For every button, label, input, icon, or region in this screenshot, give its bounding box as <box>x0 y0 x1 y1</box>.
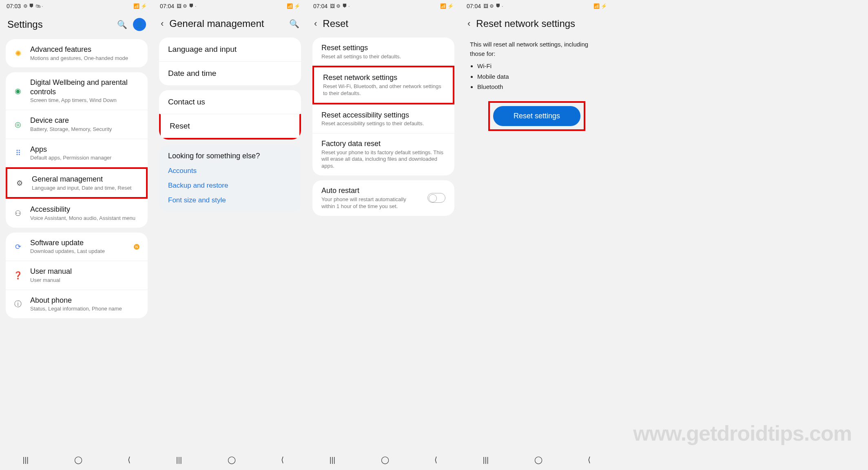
bullet-wifi: Wi-Fi <box>477 61 604 71</box>
nav-bar: ||| ◯ ⟨ <box>307 450 460 470</box>
nav-recent[interactable]: ||| <box>16 453 35 467</box>
item-title: Advanced features <box>30 45 141 54</box>
item-title: Software update <box>30 238 127 248</box>
nav-home[interactable]: ◯ <box>374 453 396 467</box>
item-title: Reset network settings <box>323 73 444 82</box>
gm-item-date-time[interactable]: Date and time <box>159 61 301 85</box>
settings-item-general-management[interactable]: ⚙ General management Language and input,… <box>6 167 148 199</box>
reset-network-description: This will reset all network settings, in… <box>460 35 613 60</box>
nav-home[interactable]: ◯ <box>528 453 549 467</box>
screen-reset-network-settings: 07:04 🖼 ⚙ ⛊ · 📶 ⚡ ‹ Reset network settin… <box>460 0 613 470</box>
item-sub: Your phone will restart automatically wi… <box>321 196 415 210</box>
settings-item-apps[interactable]: ⠿ Apps Default apps, Permission manager <box>6 139 148 167</box>
nav-bar: ||| ◯ ⟨ <box>153 450 307 470</box>
reset-item-auto-restart[interactable]: Auto restart Your phone will restart aut… <box>312 180 454 215</box>
header: ‹ General management 🔍 <box>153 12 307 35</box>
item-title: Accessibility <box>30 205 141 214</box>
wellbeing-icon: ◉ <box>12 85 24 97</box>
item-sub: Language and input, Date and time, Reset <box>32 185 140 192</box>
status-right-icons: 📶 ⚡ <box>133 3 147 9</box>
screen-general-management: 07:04 🖼 ⚙ ⛊ · 📶 ⚡ ‹ General management 🔍… <box>153 0 307 470</box>
item-sub: User manual <box>30 277 141 284</box>
gm-item-language-input[interactable]: Language and input <box>159 38 301 61</box>
user-manual-icon: ❓ <box>12 270 24 281</box>
update-badge: N <box>134 244 140 250</box>
link-font-size-style[interactable]: Font size and style <box>159 193 301 212</box>
status-bar: 07:03 ⚙ ⛊ 🛍 · 📶 ⚡ <box>0 0 153 12</box>
header: Settings 🔍 👤 <box>0 12 153 37</box>
status-left-icons: 🖼 ⚙ ⛊ · <box>483 3 503 9</box>
item-sub: Reset Wi-Fi, Bluetooth, and other networ… <box>323 83 444 97</box>
settings-item-software-update[interactable]: ⟳ Software update Download updates, Last… <box>6 233 148 261</box>
item-title: Reset accessibility settings <box>321 111 445 120</box>
item-sub: Reset accessibility settings to their de… <box>321 120 445 127</box>
bullet-bluetooth: Bluetooth <box>477 82 604 92</box>
item-sub: Reset all settings to their defaults. <box>321 53 445 60</box>
link-backup-restore[interactable]: Backup and restore <box>159 178 301 193</box>
item-sub: Status, Legal information, Phone name <box>30 306 141 313</box>
back-icon[interactable]: ‹ <box>467 18 470 29</box>
item-title: User manual <box>30 267 141 276</box>
search-icon[interactable]: 🔍 <box>289 19 299 29</box>
reset-item-factory-data-reset[interactable]: Factory data reset Reset your phone to i… <box>312 133 454 175</box>
page-title: Settings <box>7 19 111 30</box>
page-title: Reset network settings <box>476 18 606 29</box>
reset-item-reset-network-settings[interactable]: Reset network settings Reset Wi-Fi, Blue… <box>312 66 454 104</box>
reset-item-reset-accessibility-settings[interactable]: Reset accessibility settings Reset acces… <box>312 104 454 133</box>
nav-back[interactable]: ⟨ <box>428 453 444 467</box>
status-time: 07:04 <box>467 3 481 9</box>
page-title: Reset <box>323 18 453 29</box>
settings-item-advanced-features[interactable]: ✺ Advanced features Motions and gestures… <box>6 39 148 67</box>
search-icon[interactable]: 🔍 <box>117 20 127 29</box>
screen-settings: 07:03 ⚙ ⛊ 🛍 · 📶 ⚡ Settings 🔍 👤 ✺ Advance… <box>0 0 153 470</box>
item-sub: Reset your phone to its factory default … <box>321 149 445 170</box>
accessibility-icon: ⚇ <box>12 208 24 219</box>
nav-back[interactable]: ⟨ <box>275 453 290 467</box>
status-left-icons: 🖼 ⚙ ⛊ · <box>177 3 196 9</box>
status-time: 07:04 <box>160 3 174 9</box>
settings-item-device-care[interactable]: ◎ Device care Battery, Storage, Memory, … <box>6 110 148 138</box>
status-left-icons: 🖼 ⚙ ⛊ · <box>330 3 350 9</box>
looking-for-label: Looking for something else? <box>159 144 301 164</box>
reset-button-highlight: Reset settings <box>488 101 585 131</box>
back-icon[interactable]: ‹ <box>161 18 164 29</box>
nav-home[interactable]: ◯ <box>68 453 89 467</box>
link-accounts[interactable]: Accounts <box>159 164 301 178</box>
item-sub: Motions and gestures, One-handed mode <box>30 55 141 62</box>
profile-icon[interactable]: 👤 <box>133 18 146 31</box>
reset-item-reset-settings[interactable]: Reset settings Reset all settings to the… <box>312 38 454 66</box>
nav-recent[interactable]: ||| <box>170 453 188 467</box>
status-bar: 07:04 🖼 ⚙ ⛊ · 📶 ⚡ <box>307 0 460 12</box>
bullet-mobile-data: Mobile data <box>477 71 604 82</box>
page-title: General management <box>169 18 283 29</box>
settings-item-user-manual[interactable]: ❓ User manual User manual <box>6 261 148 289</box>
status-time: 07:04 <box>313 3 328 9</box>
nav-home[interactable]: ◯ <box>221 453 242 467</box>
gm-item-reset[interactable]: Reset <box>159 114 301 140</box>
screen-reset: 07:04 🖼 ⚙ ⛊ · 📶 ⚡ ‹ Reset Reset settings… <box>307 0 460 470</box>
item-title: Factory data reset <box>321 139 445 149</box>
nav-recent[interactable]: ||| <box>323 453 342 467</box>
item-title: Auto restart <box>321 186 421 195</box>
reset-settings-button[interactable]: Reset settings <box>493 106 580 126</box>
settings-item-digital-wellbeing[interactable]: ◉ Digital Wellbeing and parental control… <box>6 72 148 110</box>
nav-back[interactable]: ⟨ <box>121 453 137 467</box>
watermark: www.getdroidtips.com <box>633 421 852 446</box>
item-title: Apps <box>30 145 141 154</box>
reset-network-bullets: Wi-Fi Mobile data Bluetooth <box>460 60 613 97</box>
item-title: Device care <box>30 116 141 125</box>
status-right-icons: 📶 ⚡ <box>287 3 300 9</box>
header: ‹ Reset <box>307 12 460 35</box>
auto-restart-toggle[interactable] <box>427 193 445 203</box>
settings-item-accessibility[interactable]: ⚇ Accessibility Voice Assistant, Mono au… <box>6 199 148 227</box>
item-title: Reset settings <box>321 43 445 53</box>
gm-item-contact-us[interactable]: Contact us <box>159 90 301 114</box>
nav-bar: ||| ◯ ⟨ <box>0 450 153 470</box>
settings-item-about-phone[interactable]: ⓘ About phone Status, Legal information,… <box>6 290 148 318</box>
nav-recent[interactable]: ||| <box>476 453 495 467</box>
status-right-icons: 📶 ⚡ <box>440 3 454 9</box>
nav-back[interactable]: ⟨ <box>581 453 597 467</box>
back-icon[interactable]: ‹ <box>314 18 317 29</box>
item-sub: Battery, Storage, Memory, Security <box>30 126 141 133</box>
software-update-icon: ⟳ <box>12 241 24 253</box>
